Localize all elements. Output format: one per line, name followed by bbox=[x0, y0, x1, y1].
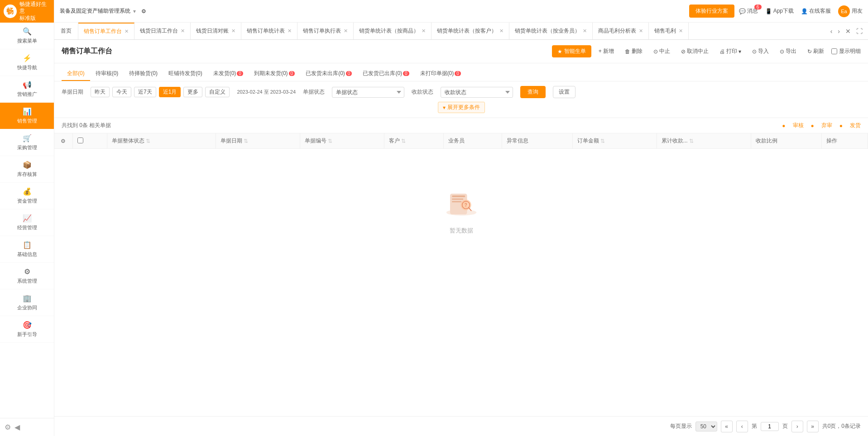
settings-icon[interactable]: ⚙ bbox=[5, 423, 11, 431]
tab-cash-reconcile[interactable]: 钱货日清对账✕ bbox=[191, 23, 241, 40]
th-sort-1[interactable]: 单据日期 ⇅ bbox=[221, 137, 295, 145]
subtab-1[interactable]: 待审核(0) bbox=[90, 67, 124, 81]
tab-close-all-button[interactable]: ✕ bbox=[844, 27, 853, 36]
select-all-checkbox[interactable] bbox=[77, 137, 83, 143]
subtab-2[interactable]: 待择验货(0) bbox=[124, 67, 163, 81]
settings-filter-button[interactable]: 设置 bbox=[553, 86, 575, 98]
sidebar-item-guide[interactable]: 🎯 新手引导 bbox=[0, 316, 54, 343]
settings-gear-icon[interactable]: ⚙ bbox=[141, 8, 146, 14]
th-sort-2[interactable]: 单据编号 ⇅ bbox=[305, 137, 379, 145]
th-sort-0[interactable]: 单据整体状态 ⇅ bbox=[112, 137, 211, 145]
sidebar-item-enterprise[interactable]: 🏢 企业协同 bbox=[0, 289, 54, 316]
online-service-button[interactable]: 👤 在线客服 bbox=[801, 7, 831, 15]
tab-sales-stat[interactable]: 销售订单统计表✕ bbox=[241, 23, 297, 40]
last-page-button[interactable]: » bbox=[807, 421, 819, 432]
tab-close-sales-profit[interactable]: ✕ bbox=[679, 28, 683, 34]
import-button[interactable]: ⊙ 导入 bbox=[748, 46, 772, 57]
sidebar-item-finance[interactable]: 💰 资金管理 bbox=[0, 183, 54, 209]
subtab-0[interactable]: 全部(0) bbox=[62, 67, 90, 81]
subtab-5[interactable]: 到期未发货(0)0 bbox=[249, 67, 300, 81]
page-size-select[interactable]: 50 bbox=[695, 422, 717, 431]
subtab-7[interactable]: 已发货已出库(0)0 bbox=[357, 67, 414, 81]
tab-sales-exec[interactable]: 销售订单执行表✕ bbox=[297, 23, 354, 40]
tab-goods-stat-staff[interactable]: 销货单统计表（按业务员）✕ bbox=[509, 23, 593, 40]
refresh-button[interactable]: ↻ 刷新 bbox=[804, 46, 828, 57]
dropdown-arrow-icon[interactable]: ▾ bbox=[133, 8, 136, 14]
tab-close-sales-exec[interactable]: ✕ bbox=[344, 28, 348, 34]
page-input[interactable] bbox=[761, 422, 779, 431]
sidebar-item-operations[interactable]: 📈 经营管理 bbox=[0, 209, 54, 236]
tab-close-goods-stat-product[interactable]: ✕ bbox=[422, 28, 426, 34]
tab-fullscreen-button[interactable]: ⛶ bbox=[854, 27, 864, 36]
stop-button[interactable]: ⊙ 中止 bbox=[650, 46, 674, 57]
tab-sales-workbench[interactable]: 销售订单工作台✕ bbox=[78, 23, 134, 40]
payment-filter-select[interactable]: 收款状态 bbox=[441, 87, 513, 98]
tab-goods-margin[interactable]: 商品毛利分析表✕ bbox=[593, 23, 649, 40]
date-btn-昨天[interactable]: 昨天 bbox=[91, 87, 110, 97]
app-download-button[interactable]: 📱 App下载 bbox=[765, 7, 794, 15]
tab-close-goods-margin[interactable]: ✕ bbox=[639, 28, 643, 34]
th-sort-7[interactable]: 累计收款... ⇅ bbox=[662, 137, 746, 145]
subtab-3[interactable]: 旺铺待发货(0) bbox=[163, 67, 208, 81]
print-button[interactable]: 🖨 打印 ▾ bbox=[716, 46, 745, 57]
query-button[interactable]: 查询 bbox=[520, 86, 546, 98]
ship-batch-button[interactable]: 发货 bbox=[850, 122, 861, 129]
date-btn-自定义[interactable]: 自定义 bbox=[205, 87, 230, 97]
print-icon: 🖨 bbox=[719, 48, 725, 55]
approve-batch-button[interactable]: 审核 bbox=[793, 122, 804, 129]
th-sort-3[interactable]: 客户 ⇅ bbox=[389, 137, 439, 145]
sidebar-item-sys-mgmt[interactable]: ⚙ 系统管理 bbox=[0, 263, 54, 289]
date-btn-近7天[interactable]: 近7天 bbox=[134, 87, 156, 97]
export-icon: ⊙ bbox=[780, 48, 784, 55]
page-title: 销售订单工作台 bbox=[62, 47, 112, 56]
add-button[interactable]: + 新增 bbox=[595, 46, 618, 57]
subtab-8[interactable]: 未打印单据(0)0 bbox=[415, 67, 466, 81]
tab-close-goods-stat-customer[interactable]: ✕ bbox=[499, 28, 504, 34]
tab-close-goods-stat-staff[interactable]: ✕ bbox=[583, 28, 587, 34]
subtab-4[interactable]: 未发货(0)0 bbox=[208, 67, 249, 81]
tab-goods-stat-product[interactable]: 销货单统计表（按商品）✕ bbox=[354, 23, 432, 40]
show-detail-input[interactable] bbox=[831, 48, 837, 54]
date-btn-今天[interactable]: 今天 bbox=[112, 87, 131, 97]
cancel-stop-button[interactable]: ⊘ 取消中止 bbox=[677, 46, 712, 57]
next-page-button[interactable]: › bbox=[791, 421, 803, 432]
sidebar-label-marketing: 营销推广 bbox=[17, 91, 37, 98]
prev-page-button[interactable]: ‹ bbox=[736, 421, 748, 432]
industry-plan-button[interactable]: 体验行业方案 bbox=[689, 5, 734, 18]
smart-create-button[interactable]: ★ 智能生单 bbox=[552, 45, 591, 57]
sidebar-item-marketing[interactable]: 📢 营销推广 bbox=[0, 76, 54, 103]
tab-sales-profit[interactable]: 销售毛利✕ bbox=[649, 23, 689, 40]
tab-close-cash-reconcile[interactable]: ✕ bbox=[231, 28, 235, 34]
expand-filter-button[interactable]: ▾ 展开更多条件 bbox=[438, 102, 485, 113]
tab-home[interactable]: 首页 bbox=[54, 23, 78, 40]
tab-close-cash-daily[interactable]: ✕ bbox=[181, 28, 185, 34]
sidebar-item-quick-nav[interactable]: ⚡ 快捷导航 bbox=[0, 49, 54, 76]
sidebar-item-purchase-mgmt[interactable]: 🛒 采购管理 bbox=[0, 129, 54, 156]
sidebar-item-search[interactable]: 🔍 搜索菜单 bbox=[0, 23, 54, 49]
cancel-approve-batch-button[interactable]: 弃审 bbox=[821, 122, 832, 129]
date-btn-近1月[interactable]: 近1月 bbox=[159, 87, 181, 97]
sidebar-item-base-info[interactable]: 📋 基础信息 bbox=[0, 236, 54, 263]
message-button[interactable]: 💬 消息 6 bbox=[739, 7, 758, 15]
export-button[interactable]: ⊙ 导出 bbox=[776, 46, 800, 57]
delete-button[interactable]: 🗑 删除 bbox=[621, 46, 646, 57]
first-page-button[interactable]: « bbox=[721, 421, 733, 432]
column-settings-icon[interactable]: ⚙ bbox=[61, 138, 66, 144]
sidebar-item-sales-mgmt[interactable]: 📊 销售管理 bbox=[0, 103, 54, 129]
tab-scroll-right-button[interactable]: › bbox=[836, 27, 842, 36]
mobile-icon: 📱 bbox=[765, 8, 772, 14]
tab-close-sales-stat[interactable]: ✕ bbox=[288, 28, 292, 34]
tab-goods-stat-customer[interactable]: 销货单统计表（按客户）✕ bbox=[432, 23, 509, 40]
collapse-icon[interactable]: ◀ bbox=[14, 423, 20, 431]
user-menu[interactable]: Ea 用友 bbox=[838, 5, 863, 17]
status-filter-select[interactable]: 单据状态 bbox=[332, 87, 404, 98]
subtab-6[interactable]: 已发货未出库(0)0 bbox=[300, 67, 357, 81]
show-detail-checkbox[interactable]: 显示明细 bbox=[831, 47, 861, 55]
th-sort-6[interactable]: 订单金额 ⇅ bbox=[577, 137, 652, 145]
date-btn-更多[interactable]: 更多 bbox=[183, 87, 202, 97]
tab-cash-daily[interactable]: 钱货日清工作台✕ bbox=[134, 23, 191, 40]
tab-scroll-left-button[interactable]: ‹ bbox=[829, 27, 834, 36]
sort-icon-0: ⇅ bbox=[146, 138, 150, 144]
sidebar-item-inventory[interactable]: 📦 库存核算 bbox=[0, 156, 54, 183]
tab-close-sales-workbench[interactable]: ✕ bbox=[125, 28, 129, 34]
